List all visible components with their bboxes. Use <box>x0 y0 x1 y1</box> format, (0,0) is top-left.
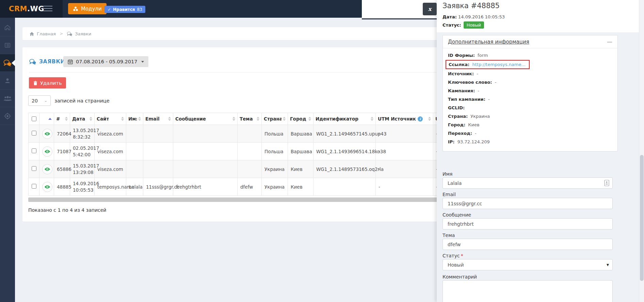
panel-scrollbar-thumb[interactable] <box>640 155 644 281</box>
eye-icon <box>44 185 50 189</box>
sort-arrows-icon[interactable] <box>257 117 259 121</box>
subject-input[interactable] <box>442 239 613 250</box>
like-count: 83 <box>137 7 142 12</box>
info-field-label: Город: <box>448 122 465 127</box>
view-button[interactable] <box>42 182 52 192</box>
close-panel-button[interactable]: x <box>423 3 437 15</box>
column-label: Email <box>145 116 160 122</box>
utm-source-cell: - <box>376 178 433 196</box>
column-header-message[interactable]: Сообщение <box>173 113 238 125</box>
sort-asc-icon[interactable] <box>48 118 52 120</box>
select-all-checkbox[interactable] <box>32 116 36 121</box>
info-field-label: Страна: <box>448 114 468 119</box>
panel-scrollbar[interactable] <box>639 0 644 302</box>
sidebar-item-home[interactable] <box>0 19 15 36</box>
name-cell <box>126 143 143 160</box>
id-cell: 65886 <box>54 160 70 178</box>
select-cell <box>29 125 39 143</box>
info-field-row: Источник: - <box>448 71 612 76</box>
collapse-icon[interactable]: — <box>607 38 612 45</box>
facebook-like-button[interactable]: ✓ Нравится 83 <box>104 6 145 13</box>
info-field-row: GCLID: <box>448 105 612 110</box>
panel-title: Заявка #48885 <box>442 2 500 10</box>
panel-status-row: Статус: Новый <box>442 21 484 29</box>
info-icon[interactable]: i <box>418 116 423 122</box>
date-range-button[interactable]: 07.08.2016 - 05.09.2017 <box>63 56 148 67</box>
row-checkbox[interactable] <box>32 131 36 136</box>
sidebar-item-users[interactable] <box>0 90 15 107</box>
view-button[interactable] <box>42 146 52 157</box>
per-page-select[interactable]: 20 ⌄ <box>28 95 51 106</box>
source-link[interactable]: http://temposys.name... <box>472 62 525 67</box>
sort-arrows-icon[interactable] <box>65 117 68 121</box>
per-page-value: 20 <box>32 98 38 104</box>
sort-arrows-icon[interactable] <box>283 117 286 121</box>
red-highlight-box: Ссылка: http://temposys.name... <box>446 60 530 69</box>
site-cell: viseza.com <box>95 160 126 178</box>
info-field-value: - <box>478 88 480 93</box>
delete-button[interactable]: Удалить <box>29 77 66 89</box>
view-button[interactable] <box>42 164 52 174</box>
column-header-name[interactable]: Имя <box>126 113 143 125</box>
view-button[interactable] <box>42 129 52 139</box>
sort-arrows-icon[interactable] <box>371 117 373 121</box>
sort-arrows-icon[interactable] <box>308 117 311 121</box>
sort-arrows-icon[interactable] <box>121 117 124 121</box>
info-field-value: - <box>475 131 477 136</box>
eye-icon <box>44 167 50 171</box>
column-header-city[interactable]: Город <box>288 113 313 125</box>
sidebar-item-requests[interactable] <box>0 54 15 72</box>
column-header-date[interactable]: Дата <box>70 113 95 125</box>
app-logo[interactable]: CRM.WG <box>9 5 44 13</box>
column-label: UTM Источникi <box>378 116 423 122</box>
sort-arrows-icon[interactable] <box>138 117 141 121</box>
table-row: 7108702.05.20175:42:00viseza.comПольшаВа… <box>29 143 481 160</box>
hamburger-icon[interactable] <box>43 6 52 11</box>
row-checkbox[interactable] <box>32 184 36 189</box>
sidebar <box>0 18 15 302</box>
message-input[interactable] <box>442 218 613 229</box>
view-cell <box>39 160 54 178</box>
sidebar-item-list[interactable] <box>0 36 15 54</box>
column-header-site[interactable]: Сайт <box>95 113 126 125</box>
column-header-id[interactable]: # <box>54 113 70 125</box>
info-field-row: Кампания: - <box>448 88 612 93</box>
name-input[interactable] <box>442 177 613 189</box>
info-field-row: ID Формы: form <box>448 53 612 58</box>
sidebar-item-settings[interactable] <box>0 107 15 125</box>
row-checkbox[interactable] <box>32 148 36 153</box>
sort-arrows-icon[interactable] <box>232 117 235 121</box>
info-field-row: Ссылка: http://temposys.name... <box>448 61 612 68</box>
sort-arrows-icon[interactable] <box>168 117 171 121</box>
sidebar-item-user[interactable] <box>0 72 15 90</box>
info-field-row: Тип кампании: - <box>448 97 612 102</box>
comment-textarea[interactable] <box>442 280 613 302</box>
page-title: ЗАЯВКИ <box>39 59 65 65</box>
column-header-identifier[interactable]: Идентификатор <box>313 113 376 125</box>
country-cell: Польша <box>262 143 288 160</box>
breadcrumb-home[interactable]: Главная <box>37 31 56 36</box>
sort-arrows-icon[interactable] <box>90 117 92 121</box>
logo-brand1: CRM <box>9 5 27 13</box>
select-caret-icon: ▼ <box>607 263 609 267</box>
site-cell: viseza.com <box>95 125 126 143</box>
breadcrumb-requests[interactable]: Заявки <box>75 31 91 36</box>
info-field-label: IP: <box>448 139 455 144</box>
column-label: Имя <box>128 116 137 122</box>
status-select[interactable]: Новый ▼ <box>442 259 613 270</box>
column-header-email[interactable]: Email <box>143 113 173 125</box>
additional-info-title[interactable]: Дополнительная информация <box>448 39 529 45</box>
modules-button[interactable]: Модули <box>68 3 107 14</box>
column-header-country[interactable]: Страна <box>262 113 288 125</box>
city-cell: Киев <box>288 160 313 178</box>
chat-icon <box>67 31 73 36</box>
column-header-subject[interactable]: Тема <box>238 113 262 125</box>
column-header-utm_source[interactable]: UTM Источникi <box>376 113 433 125</box>
sort-arrows-icon[interactable] <box>428 117 431 121</box>
email-input[interactable] <box>442 198 613 209</box>
email-cell <box>143 143 173 160</box>
like-label: Нравится <box>113 7 135 12</box>
row-checkbox[interactable] <box>32 166 36 171</box>
table-row: 4888514.09.201610:05:53temposys.nameLala… <box>29 178 481 196</box>
horizontal-scrollbar[interactable] <box>28 197 481 202</box>
